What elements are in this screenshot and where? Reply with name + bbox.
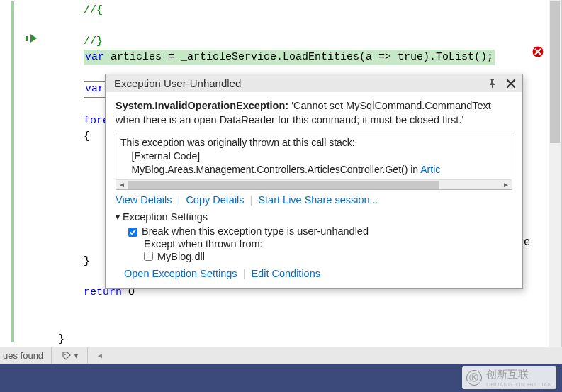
popup-header[interactable]: Exception User-Unhandled — [106, 74, 522, 92]
scroll-left-icon[interactable]: ◄ — [117, 181, 127, 189]
edit-conditions-link[interactable]: Edit Conditions — [251, 268, 320, 279]
exception-settings-toggle[interactable]: ▾ Exception Settings — [116, 211, 512, 223]
code-line: var articles = _articleService.LoadEntit… — [20, 50, 540, 65]
issues-found-label: ues found — [3, 350, 43, 361]
stack-source-link[interactable]: Artic — [420, 164, 440, 175]
popup-body: System.InvalidOperationException: 'Canno… — [106, 92, 522, 288]
svg-point-1 — [64, 354, 66, 355]
status-bar: ues found ▼ ◄ — [0, 347, 562, 364]
pin-icon[interactable] — [487, 78, 498, 89]
horizontal-scrollbar[interactable]: ◄ ► — [116, 179, 512, 189]
stack-intro: This exception was originally thrown at … — [120, 136, 507, 150]
open-exception-settings-link[interactable]: Open Exception Settings — [124, 268, 237, 279]
break-checkbox[interactable] — [128, 228, 137, 237]
exception-settings-body: Break when this exception type is user-u… — [116, 225, 512, 262]
code-line — [20, 316, 540, 332]
call-stack-box[interactable]: This exception was originally thrown at … — [116, 133, 512, 190]
close-icon[interactable] — [505, 78, 517, 89]
editor-gutter — [0, 0, 20, 353]
copy-details-link[interactable]: Copy Details — [186, 194, 244, 206]
exception-message: System.InvalidOperationException: 'Canno… — [116, 99, 512, 127]
vertical-scrollbar[interactable] — [549, 0, 561, 353]
tag-dropdown-icon[interactable]: ▼ — [62, 351, 79, 361]
exception-popup: Exception User-Unhandled System.InvalidO… — [105, 74, 523, 289]
popup-bottom-links: Open Exception Settings | Edit Condition… — [116, 268, 512, 279]
except-dll-checkbox[interactable] — [144, 252, 153, 261]
stack-line: MyBlog.Areas.Management.Controllers.Arti… — [120, 163, 507, 177]
change-indicator — [11, 1, 14, 342]
stack-line: [External Code] — [120, 150, 507, 163]
code-line: //} — [20, 34, 540, 50]
chevron-down-icon: ▾ — [116, 212, 120, 222]
code-line: } — [20, 332, 540, 347]
break-label: Break when this exception type is user-u… — [142, 225, 369, 237]
scroll-left-icon[interactable]: ◄ — [96, 352, 103, 359]
scroll-right-icon[interactable]: ► — [501, 181, 511, 189]
code-line: //{ — [20, 3, 540, 18]
scrollbar-thumb[interactable] — [128, 181, 439, 189]
live-share-link[interactable]: Start Live Share session... — [258, 194, 378, 206]
scrollbar-thumb[interactable] — [550, 1, 560, 143]
except-from-label: Except when thrown from: — [128, 238, 512, 250]
code-line — [20, 301, 540, 316]
watermark: Ⓚ 创新互联 CHUANG XIN HU LIAN — [462, 366, 556, 389]
popup-title: Exception User-Unhandled — [114, 77, 487, 89]
watermark-logo-icon: Ⓚ — [466, 370, 482, 386]
code-line — [20, 18, 540, 34]
view-details-link[interactable]: View Details — [116, 194, 172, 206]
popup-links: View Details | Copy Details | Start Live… — [116, 194, 512, 206]
except-dll-label: MyBlog.dll — [157, 251, 205, 262]
error-icon[interactable] — [532, 45, 544, 58]
